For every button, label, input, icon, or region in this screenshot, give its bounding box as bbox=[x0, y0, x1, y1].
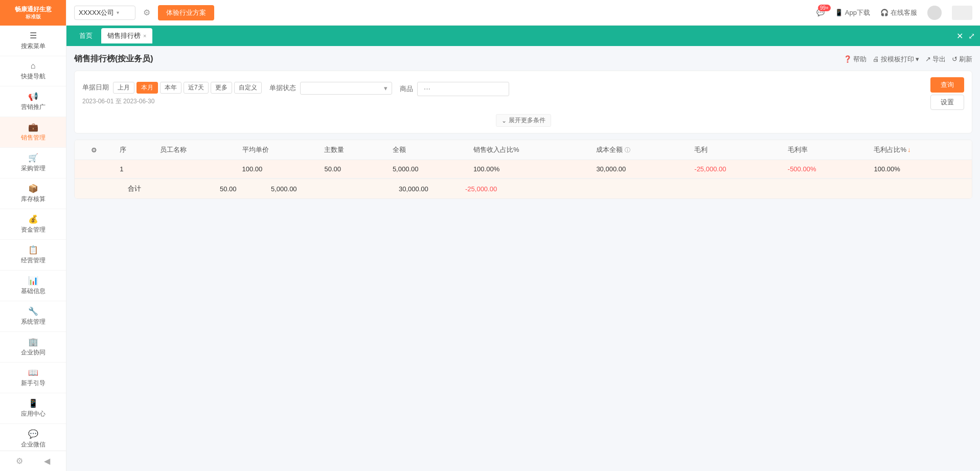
tab-window-close-icon[interactable]: ✕ bbox=[956, 31, 963, 41]
sidebar-item-basic[interactable]: 📊 基础信息 bbox=[0, 271, 66, 301]
sidebar-icon-app_center: 📱 bbox=[28, 398, 38, 408]
this-year-btn[interactable]: 本年 bbox=[160, 82, 181, 94]
sidebar-label-enterprise: 企业协同 bbox=[21, 348, 45, 357]
sidebar-icon-basic: 📊 bbox=[28, 276, 38, 285]
refresh-label: 刷新 bbox=[959, 55, 972, 64]
sidebar-item-search[interactable]: ☰ 搜索菜单 bbox=[0, 26, 66, 56]
sidebar: 畅康通好生意 标准版 ☰ 搜索菜单 ⌂ 快捷导航 📢 营销推广 💼 销售管理 🛒… bbox=[0, 0, 66, 471]
cell-sales-pct-0: 100.00% bbox=[467, 160, 590, 178]
online-service-icon: 🎧 bbox=[880, 9, 888, 16]
sidebar-icon-sales: 💼 bbox=[28, 122, 38, 132]
tab-bar-right: ✕ ⤢ bbox=[956, 31, 975, 41]
page-actions: ❓ 帮助 🖨 按模板打印 ▾ ↗ 导出 ↺ 刷新 bbox=[844, 55, 972, 64]
goods-filter-group: 商品 ··· bbox=[400, 82, 509, 96]
table-row: 1 100.00 50.00 5,000.00 100.00% 30,000.0… bbox=[75, 160, 972, 178]
online-service-label: 在线客服 bbox=[891, 8, 917, 17]
col-cost-header: 成本全额 ⓘ bbox=[590, 140, 688, 160]
last7-btn[interactable]: 近7天 bbox=[184, 82, 209, 94]
goods-dots-icon[interactable]: ··· bbox=[424, 84, 430, 94]
sidebar-item-enterprise[interactable]: 🏢 企业协同 bbox=[0, 332, 66, 363]
app-download-label: App下载 bbox=[845, 8, 870, 17]
sidebar-label-sales: 销售管理 bbox=[21, 133, 45, 142]
col-gross-rate-header: 毛利率 bbox=[782, 140, 868, 160]
expand-row: ⌄ 展开更多条件 bbox=[82, 114, 964, 127]
status-select[interactable]: ▾ bbox=[300, 82, 392, 95]
export-action[interactable]: ↗ 导出 bbox=[925, 55, 946, 64]
header-settings-icon[interactable]: ⚙ bbox=[143, 8, 150, 17]
app-download-action[interactable]: 📱 App下载 bbox=[835, 8, 870, 17]
message-icon-container[interactable]: 💬 99+ bbox=[816, 9, 825, 16]
user-avatar[interactable] bbox=[927, 6, 942, 20]
app-download-icon: 📱 bbox=[835, 9, 843, 16]
sidebar-icon-operation: 📋 bbox=[28, 245, 38, 255]
expand-button[interactable]: ⌄ 展开更多条件 bbox=[496, 114, 551, 127]
refresh-action[interactable]: ↺ 刷新 bbox=[952, 55, 972, 64]
sidebar-collapse-icon[interactable]: ◀ bbox=[44, 456, 50, 466]
more-dates-btn[interactable]: 更多 bbox=[211, 82, 232, 94]
sidebar-item-guide[interactable]: 📖 新手引导 bbox=[0, 363, 66, 393]
user-name-placeholder[interactable] bbox=[952, 6, 972, 20]
print-action[interactable]: 🖨 按模板打印 ▾ bbox=[873, 55, 919, 64]
footer-cost: 30,000.00 bbox=[393, 185, 459, 193]
company-selector[interactable]: XXXXX公司 ▾ bbox=[74, 6, 135, 20]
footer-quantity: 50.00 bbox=[214, 185, 265, 193]
sidebar-item-sales[interactable]: 💼 销售管理 bbox=[0, 117, 66, 148]
export-label: 导出 bbox=[932, 55, 946, 64]
sidebar-item-marketing[interactable]: 📢 营销推广 bbox=[0, 86, 66, 117]
goods-input[interactable]: ··· bbox=[417, 82, 509, 96]
help-action[interactable]: ❓ 帮助 bbox=[844, 55, 867, 64]
last-month-btn[interactable]: 上月 bbox=[113, 82, 134, 94]
sidebar-icon-enterprise: 🏢 bbox=[28, 337, 38, 347]
sidebar-icon-system: 🔧 bbox=[28, 306, 38, 316]
table-header-row: ⚙ 序 员工名称 平均单价 主数量 全额 销售收入占比% 成本全额 ⓘ 毛利 毛… bbox=[75, 140, 972, 160]
sidebar-item-system[interactable]: 🔧 系统管理 bbox=[0, 301, 66, 332]
sidebar-label-search: 搜索菜单 bbox=[21, 42, 45, 51]
tab-sales-ranking[interactable]: 销售排行榜 × bbox=[101, 28, 152, 43]
trial-button[interactable]: 体验行业方案 bbox=[158, 5, 214, 20]
tab-sales-ranking-label: 销售排行榜 bbox=[107, 31, 141, 40]
tab-expand-icon[interactable]: ⤢ bbox=[968, 31, 975, 41]
sidebar-label-purchase: 采购管理 bbox=[21, 164, 45, 173]
status-filter-group: 单据状态 ▾ bbox=[269, 82, 392, 95]
export-icon: ↗ bbox=[925, 55, 931, 63]
expand-chevron-icon: ⌄ bbox=[502, 117, 507, 124]
column-settings-icon[interactable]: ⚙ bbox=[91, 146, 97, 154]
app-logo: 畅康通好生意 标准版 bbox=[0, 0, 66, 26]
sidebar-item-funds[interactable]: 💰 资金管理 bbox=[0, 209, 66, 240]
cell-avg-price-0: 100.00 bbox=[236, 160, 318, 178]
table-header: ⚙ 序 员工名称 平均单价 主数量 全额 销售收入占比% 成本全额 ⓘ 毛利 毛… bbox=[75, 140, 972, 160]
online-service-action[interactable]: 🎧 在线客服 bbox=[880, 8, 917, 17]
sidebar-item-purchase[interactable]: 🛒 采购管理 bbox=[0, 148, 66, 178]
filter-row: 单据日期 上月 本月 本年 近7天 更多 自定义 2023-06-01 至 20… bbox=[82, 77, 964, 110]
sidebar-settings-icon[interactable]: ⚙ bbox=[16, 456, 23, 466]
tab-close-icon[interactable]: × bbox=[143, 33, 146, 39]
query-button[interactable]: 查询 bbox=[930, 77, 964, 93]
sidebar-item-shortcut[interactable]: ⌂ 快捷导航 bbox=[0, 56, 66, 86]
top-header: XXXXX公司 ▾ ⚙ 体验行业方案 💬 99+ 📱 App下载 🎧 在线客服 bbox=[66, 0, 980, 26]
table-body: 1 100.00 50.00 5,000.00 100.00% 30,000.0… bbox=[75, 160, 972, 178]
sidebar-item-app_center[interactable]: 📱 应用中心 bbox=[0, 393, 66, 424]
cell-amount-0: 5,000.00 bbox=[386, 160, 467, 178]
data-table: ⚙ 序 员工名称 平均单价 主数量 全额 销售收入占比% 成本全额 ⓘ 毛利 毛… bbox=[75, 140, 972, 178]
cell-gross-pct-0: 100.00% bbox=[868, 160, 972, 178]
sidebar-item-wechat[interactable]: 💬 企业微信 bbox=[0, 424, 66, 451]
tab-home[interactable]: 首页 bbox=[72, 27, 100, 44]
status-chevron-icon: ▾ bbox=[384, 84, 388, 92]
cost-info-icon[interactable]: ⓘ bbox=[625, 147, 630, 153]
cell-gross-rate-0: -500.00% bbox=[782, 160, 868, 178]
col-amount-header: 全额 bbox=[386, 140, 467, 160]
gross-pct-sort-icon[interactable]: ↓ bbox=[907, 146, 911, 153]
col-settings[interactable]: ⚙ bbox=[75, 140, 113, 160]
sidebar-item-operation[interactable]: 📋 经营管理 bbox=[0, 240, 66, 271]
sidebar-label-wechat: 企业微信 bbox=[21, 440, 45, 449]
this-month-btn[interactable]: 本月 bbox=[136, 82, 158, 94]
tab-bar: 首页 销售排行榜 × ✕ ⤢ bbox=[66, 26, 980, 46]
col-gross-pct-header: 毛利占比%↓ bbox=[868, 140, 972, 160]
sidebar-item-inventory[interactable]: 📦 库存核算 bbox=[0, 178, 66, 209]
custom-date-btn[interactable]: 自定义 bbox=[234, 82, 262, 94]
cell-cost-0: 30,000.00 bbox=[590, 160, 688, 178]
page-title: 销售排行榜(按业务员) bbox=[74, 54, 153, 64]
set-button[interactable]: 设置 bbox=[930, 95, 964, 110]
date-filter-group: 单据日期 上月 本月 本年 近7天 更多 自定义 2023-06-01 至 20… bbox=[82, 82, 262, 106]
sidebar-nav: ☰ 搜索菜单 ⌂ 快捷导航 📢 营销推广 💼 销售管理 🛒 采购管理 📦 库存核… bbox=[0, 26, 66, 451]
